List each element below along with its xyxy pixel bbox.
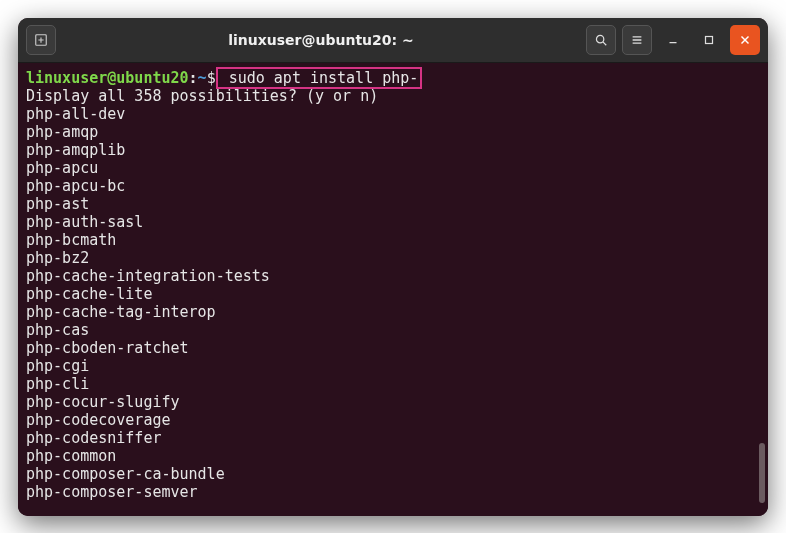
window-title: linuxuser@ubuntu20: ~ — [228, 32, 414, 48]
menu-button[interactable] — [622, 25, 652, 55]
package-item: php-apcu-bc — [26, 177, 760, 195]
package-item: php-auth-sasl — [26, 213, 760, 231]
close-icon — [738, 33, 752, 47]
terminal-window: linuxuser@ubuntu20: ~ linuxuser@ubuntu20… — [18, 18, 768, 516]
package-item: php-cache-tag-interop — [26, 303, 760, 321]
scrollbar[interactable] — [757, 63, 767, 516]
package-list: php-all-devphp-amqpphp-amqplibphp-apcuph… — [26, 105, 760, 501]
maximize-button[interactable] — [694, 25, 724, 55]
svg-line-4 — [603, 42, 606, 45]
new-tab-button[interactable] — [26, 25, 56, 55]
new-tab-icon — [34, 33, 48, 47]
package-item: php-cache-integration-tests — [26, 267, 760, 285]
svg-point-3 — [596, 35, 603, 42]
prompt-userhost: linuxuser@ubuntu20 — [26, 69, 189, 87]
minimize-button[interactable] — [658, 25, 688, 55]
package-item: php-cgi — [26, 357, 760, 375]
terminal-area[interactable]: linuxuser@ubuntu20:~$ sudo apt install p… — [18, 63, 768, 516]
prompt-dollar: $ — [207, 69, 216, 87]
close-button[interactable] — [730, 25, 760, 55]
display-possibilities: Display all 358 possibilities? (y or n) — [26, 87, 760, 105]
package-item: php-cas — [26, 321, 760, 339]
package-item: php-composer-ca-bundle — [26, 465, 760, 483]
prompt-line: linuxuser@ubuntu20:~$ sudo apt install p… — [26, 69, 760, 87]
package-item: php-all-dev — [26, 105, 760, 123]
package-item: php-apcu — [26, 159, 760, 177]
maximize-icon — [702, 33, 716, 47]
titlebar: linuxuser@ubuntu20: ~ — [18, 18, 768, 63]
package-item: php-cocur-slugify — [26, 393, 760, 411]
package-item: php-codecoverage — [26, 411, 760, 429]
command-highlight: sudo apt install php- — [216, 67, 423, 89]
svg-rect-9 — [706, 37, 713, 44]
prompt-path: ~ — [198, 69, 207, 87]
search-button[interactable] — [586, 25, 616, 55]
package-item: php-cboden-ratchet — [26, 339, 760, 357]
package-item: php-bz2 — [26, 249, 760, 267]
package-item: php-bcmath — [26, 231, 760, 249]
package-item: php-common — [26, 447, 760, 465]
package-item: php-cli — [26, 375, 760, 393]
search-icon — [594, 33, 608, 47]
scroll-thumb[interactable] — [759, 443, 765, 503]
hamburger-icon — [630, 33, 644, 47]
package-item: php-cache-lite — [26, 285, 760, 303]
package-item: php-amqplib — [26, 141, 760, 159]
minimize-icon — [666, 33, 680, 47]
prompt-colon: : — [189, 69, 198, 87]
package-item: php-composer-semver — [26, 483, 760, 501]
package-item: php-amqp — [26, 123, 760, 141]
package-item: php-ast — [26, 195, 760, 213]
package-item: php-codesniffer — [26, 429, 760, 447]
